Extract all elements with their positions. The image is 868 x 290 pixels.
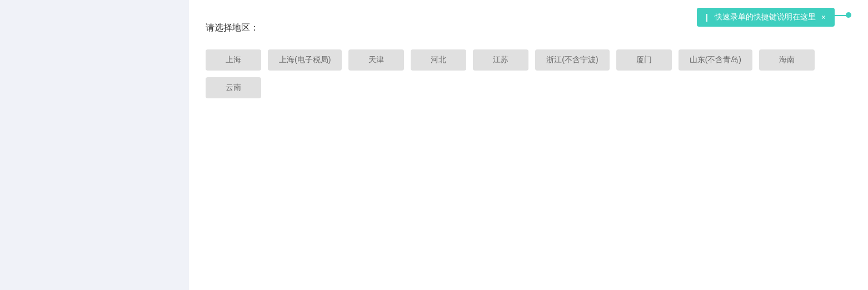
region-button-10[interactable]: 云南 — [206, 77, 261, 98]
tooltip-close-button[interactable]: × — [821, 13, 826, 22]
region-button-9[interactable]: 海南 — [759, 49, 815, 71]
region-buttons-container: 上海上海(电子税局)天津河北江苏浙江(不含宁波)厦门山东(不含青岛)海南云南 — [206, 49, 851, 98]
region-button-4[interactable]: 河北 — [411, 49, 466, 71]
region-button-5[interactable]: 江苏 — [473, 49, 528, 71]
sidebar — [0, 0, 189, 290]
tooltip-connector-dot — [846, 12, 851, 18]
tooltip-text: 快速录单的快捷键说明在这里 — [715, 12, 816, 22]
region-button-3[interactable]: 天津 — [348, 49, 404, 71]
main-content: 请选择地区： 上海上海(电子税局)天津河北江苏浙江(不含宁波)厦门山东(不含青岛… — [189, 0, 868, 290]
region-button-8[interactable]: 山东(不含青岛) — [679, 49, 752, 71]
region-button-1[interactable]: 上海 — [206, 49, 261, 71]
tooltip-connector-line — [835, 15, 847, 16]
region-button-7[interactable]: 厦门 — [616, 49, 672, 71]
region-button-2[interactable]: 上海(电子税局) — [268, 49, 342, 71]
tooltip-banner: 快速录单的快捷键说明在这里 × — [697, 8, 835, 27]
region-button-6[interactable]: 浙江(不含宁波) — [535, 49, 609, 71]
